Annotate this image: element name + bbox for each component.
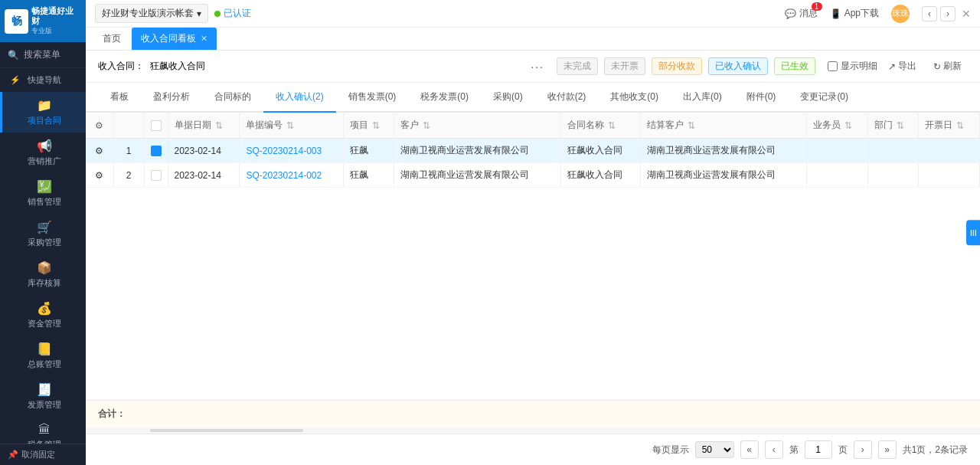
th-billed-customer[interactable]: 结算客户⇅ xyxy=(641,113,807,139)
prev-arrow[interactable]: ‹ xyxy=(922,6,937,21)
sidebar-item-nav[interactable]: ⚡ 快捷导航 xyxy=(0,68,86,92)
page-size-select[interactable]: 50 100 200 xyxy=(695,441,734,458)
row2-number[interactable]: SQ-20230214-002 xyxy=(240,163,344,188)
status-partial[interactable]: 部分收款 xyxy=(652,57,702,75)
row1-check[interactable] xyxy=(144,139,168,163)
export-button[interactable]: ↗ 导出 xyxy=(882,57,923,76)
avatar: 珠珠 xyxy=(891,5,910,23)
total-records: 共1页，2条记录 xyxy=(903,444,968,457)
status-incomplete[interactable]: 未完成 xyxy=(557,57,598,75)
first-page-button[interactable]: « xyxy=(740,440,759,459)
sidebar-search[interactable]: 🔍 搜索菜单 xyxy=(0,42,86,68)
prev-page-button[interactable]: ‹ xyxy=(765,440,783,459)
close-window-icon[interactable]: ✕ xyxy=(962,8,971,20)
sidebar-item-capital[interactable]: 💰 资金管理 xyxy=(0,295,86,336)
pagination: 每页显示 50 100 200 « ‹ 第 页 › » 共1页，2条记录 xyxy=(86,434,980,465)
sidebar-nav: 📁 项目合同 📢 营销推广 💹 销售管理 🛒 采购管理 📦 库存核算 💰 资金管… xyxy=(0,92,86,444)
th-number[interactable]: 单据编号⇅ xyxy=(240,113,344,139)
th-check[interactable] xyxy=(144,113,168,139)
next-arrow[interactable]: › xyxy=(940,6,956,21)
tab-confirm-label: 收入确认(2) xyxy=(276,91,324,102)
status-effective[interactable]: 已生效 xyxy=(774,57,815,75)
tab-tax-invoice[interactable]: 税务发票(0) xyxy=(408,83,481,111)
user-avatar-button[interactable]: 珠珠 xyxy=(891,5,910,23)
tab-payment[interactable]: 收付款(2) xyxy=(535,83,599,111)
th-settings[interactable]: ⚙ xyxy=(86,113,113,139)
sidebar-item-sales[interactable]: 💹 销售管理 xyxy=(0,173,86,214)
home-label: 首页 xyxy=(103,33,121,44)
page-number-input[interactable] xyxy=(805,440,832,459)
tab-sales-invoice[interactable]: 销售发票(0) xyxy=(336,83,409,111)
tab-profit[interactable]: 盈利分析 xyxy=(141,83,202,111)
th-date[interactable]: 单据日期⇅ xyxy=(168,113,240,139)
sidebar-item-general[interactable]: 📒 总账管理 xyxy=(0,336,86,376)
download-button[interactable]: 📱 App下载 xyxy=(830,7,879,20)
scrollbar-thumb[interactable] xyxy=(150,429,303,432)
tab-confirm[interactable]: 收入确认(2) xyxy=(263,83,336,111)
tab-warehouse[interactable]: 出入库(0) xyxy=(671,83,734,111)
sidebar-item-marketing[interactable]: 📢 营销推广 xyxy=(0,133,86,173)
row2-customer: 湖南卫视商业运营发展有限公司 xyxy=(394,163,560,188)
refresh-button[interactable]: ↻ 刷新 xyxy=(927,57,968,76)
row1-checkbox[interactable] xyxy=(151,146,162,156)
marketing-icon: 📢 xyxy=(37,139,52,153)
export-icon: ↗ xyxy=(888,61,896,72)
tab-other-income[interactable]: 其他收支(0) xyxy=(598,83,671,111)
tab-board[interactable]: 看板 xyxy=(98,83,141,111)
next-page-button[interactable]: › xyxy=(854,440,872,459)
row1-settings[interactable]: ⚙ xyxy=(86,139,113,163)
certified-badge: 已认证 xyxy=(214,7,251,20)
row1-number-link[interactable]: SQ-20230214-003 xyxy=(246,146,322,156)
sidebar-item-tax[interactable]: 🏛 税务管理 xyxy=(0,417,86,444)
status-uninvoiced[interactable]: 未开票 xyxy=(604,57,645,75)
more-button[interactable]: ··· xyxy=(524,57,550,76)
row2-settings[interactable]: ⚙ xyxy=(86,163,113,188)
search-icon: 🔍 xyxy=(8,50,19,61)
tab-standard[interactable]: 合同标的 xyxy=(202,83,263,111)
contract-actions: ··· 未完成 未开票 部分收款 已收入确认 已生效 显示明细 ↗ 导出 ↻ 刷… xyxy=(524,57,968,76)
th-customer[interactable]: 客户⇅ xyxy=(394,113,560,139)
select-all-checkbox[interactable] xyxy=(151,120,162,131)
tab-home[interactable]: 首页 xyxy=(95,28,129,50)
message-icon: 💬 xyxy=(785,8,796,19)
nav-arrows: ‹ › ✕ xyxy=(922,6,971,21)
sidebar-bottom-pin[interactable]: 📌 取消固定 xyxy=(0,444,86,465)
tab-purchase[interactable]: 采购(0) xyxy=(481,83,535,111)
sidebar-item-invoice[interactable]: 🧾 发票管理 xyxy=(0,376,86,417)
show-detail-checkbox[interactable]: 显示明细 xyxy=(828,60,877,73)
table-row[interactable]: ⚙ 1 2023-02-14 SQ-20230214-003 狂飙 湖南卫视商业… xyxy=(86,139,980,163)
sort-number-icon: ⇅ xyxy=(286,120,294,131)
th-department[interactable]: 部门⇅ xyxy=(868,113,919,139)
th-num xyxy=(113,113,144,139)
table-row[interactable]: ⚙ 2 2023-02-14 SQ-20230214-002 狂飙 湖南卫视商业… xyxy=(86,163,980,188)
sidebar-item-purchase[interactable]: 🛒 采购管理 xyxy=(0,214,86,254)
sidebar-item-label: 采购管理 xyxy=(28,237,61,248)
scrollbar-area[interactable] xyxy=(86,427,980,434)
page-label: 第 xyxy=(789,444,799,457)
th-contract[interactable]: 合同名称⇅ xyxy=(560,113,641,139)
sidebar-item-label: 营销推广 xyxy=(28,156,61,167)
row2-check[interactable] xyxy=(144,163,168,188)
inventory-icon: 📦 xyxy=(37,260,52,275)
company-selector[interactable]: 好业财专业版演示帐套 ▾ xyxy=(95,4,208,23)
status-confirmed[interactable]: 已收入确认 xyxy=(708,57,768,75)
row2-checkbox[interactable] xyxy=(151,170,162,181)
row1-number[interactable]: SQ-20230214-003 xyxy=(240,139,344,163)
sort-salesman-icon: ⇅ xyxy=(844,120,852,131)
last-page-button[interactable]: » xyxy=(878,440,897,459)
right-edge-panel-icon[interactable]: ≡ xyxy=(966,220,980,245)
tab-contract-board[interactable]: 收入合同看板 ✕ xyxy=(132,28,217,50)
th-project[interactable]: 项目⇅ xyxy=(344,113,394,139)
sidebar-item-inventory[interactable]: 📦 库存核算 xyxy=(0,254,86,295)
show-detail-input[interactable] xyxy=(828,61,838,71)
message-button[interactable]: 💬 消息 1 xyxy=(785,7,818,20)
th-open-date[interactable]: 开票日⇅ xyxy=(919,113,980,139)
tab-attachment[interactable]: 附件(0) xyxy=(734,83,789,111)
export-label: 导出 xyxy=(898,60,916,73)
sidebar-item-label: 总账管理 xyxy=(28,359,61,370)
row2-number-link[interactable]: SQ-20230214-002 xyxy=(246,170,322,181)
sidebar-item-project[interactable]: 📁 项目合同 xyxy=(0,92,86,133)
th-salesman[interactable]: 业务员⇅ xyxy=(807,113,868,139)
tab-close-icon[interactable]: ✕ xyxy=(201,34,207,44)
tab-change[interactable]: 变更记录(0) xyxy=(788,83,861,111)
